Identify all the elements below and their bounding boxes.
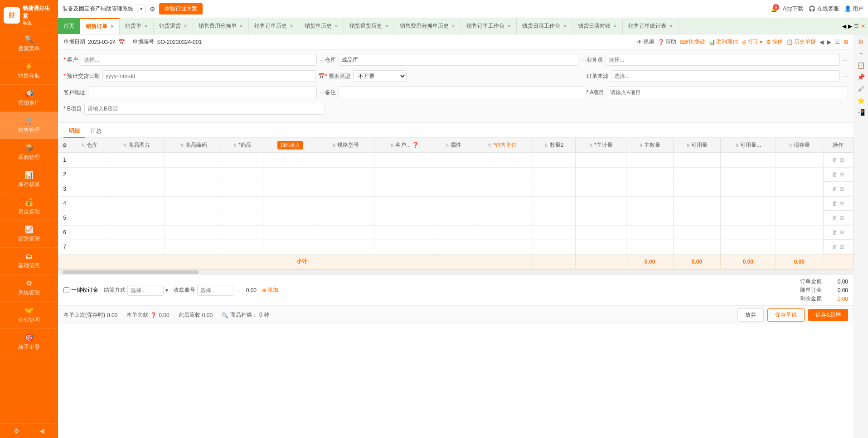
address-dots[interactable]: ··· <box>320 89 325 96</box>
expand-btn[interactable]: ☰ <box>835 39 840 45</box>
row-customer-code-1[interactable] <box>374 153 435 168</box>
row-attr-7[interactable] <box>435 240 472 255</box>
tab-order-workbench[interactable]: 销售订单工作台 ✕ <box>461 18 517 34</box>
b-project-input[interactable] <box>84 103 325 115</box>
row-warehouse-4[interactable] <box>71 196 108 211</box>
tab-expense[interactable]: 销售费用分摊单 ✕ <box>193 18 249 34</box>
next-record-btn[interactable]: ▶ <box>827 39 831 45</box>
row-copy-6[interactable]: ⊞ <box>839 229 844 236</box>
row-action-1[interactable]: 🗑 ⊞ <box>823 153 853 167</box>
industry-btn[interactable]: 体验行业方案 <box>159 3 203 14</box>
row-action-4[interactable]: 🗑 ⊞ <box>823 196 853 211</box>
row-available2-4[interactable] <box>720 196 776 211</box>
tab-invoice-history[interactable]: 销货单历史 ✕ <box>299 18 344 34</box>
row-copy-1[interactable]: ⊞ <box>839 157 844 163</box>
tab-close-invoice[interactable]: ✕ <box>144 24 148 29</box>
right-btn-1[interactable]: 📋 <box>856 60 867 71</box>
row-main-qty-1[interactable] <box>626 153 674 168</box>
staff-dots[interactable]: ··· <box>843 56 848 63</box>
warehouse-input[interactable] <box>339 54 578 66</box>
row-main-qty-4[interactable] <box>626 196 674 211</box>
tab-daily-workbench[interactable]: 钱货日清工作台 ✕ <box>517 18 572 34</box>
help-btn[interactable]: ❓ 帮助 <box>658 38 676 46</box>
sidebar-item-search[interactable]: 🔍 搜索菜单 <box>0 30 58 58</box>
row-spec-2[interactable] <box>317 167 374 182</box>
history-btn[interactable]: 📋 历史单据 <box>786 38 816 46</box>
notification-bell[interactable]: 🔔 9 <box>771 6 777 12</box>
tab-close-expense-history[interactable]: ✕ <box>451 24 455 29</box>
scroll-thumb[interactable] <box>63 270 199 274</box>
right-btn-3[interactable]: 🖊 <box>856 83 867 94</box>
user-avatar[interactable]: 👤 用户 <box>844 5 863 13</box>
row-action-6[interactable]: 🗑 ⊞ <box>823 225 853 240</box>
view-btn[interactable]: 👁 视频 <box>637 38 654 46</box>
row-available-4[interactable] <box>674 196 721 211</box>
system-dropdown[interactable]: ▾ <box>137 5 146 13</box>
row-main-qty-6[interactable] <box>626 225 674 240</box>
tab-prev-btn[interactable]: ◀ <box>842 23 846 29</box>
order-source-dots[interactable]: ··· <box>843 72 848 80</box>
row-available-5[interactable] <box>674 211 721 225</box>
prev-record-btn[interactable]: ◀ <box>820 39 824 45</box>
row-copy-5[interactable]: ⊞ <box>839 215 844 221</box>
topbar-gear-icon[interactable]: ⚙ <box>150 5 155 13</box>
row-image-5[interactable] <box>108 211 165 225</box>
collapse-btn[interactable]: ◀ <box>39 427 44 434</box>
row-delete-5[interactable]: 🗑 <box>832 215 838 221</box>
row-qty2-2[interactable] <box>533 167 576 182</box>
tab-return[interactable]: 销货退货 ✕ <box>154 18 193 34</box>
row-spec-6[interactable] <box>317 225 374 240</box>
row-spec-5[interactable] <box>317 211 374 225</box>
row-copy-4[interactable]: ⊞ <box>839 200 844 207</box>
row-attr-2[interactable] <box>435 167 472 182</box>
row-product-7[interactable] <box>222 240 263 255</box>
row-action-3[interactable]: 🗑 ⊞ <box>823 182 853 196</box>
row-attr-4[interactable] <box>435 196 472 211</box>
row-action-7[interactable]: 🗑 ⊞ <box>823 240 853 254</box>
save-draft-btn[interactable]: 保存草稿 <box>767 308 805 322</box>
right-btn-4[interactable]: ⭐ <box>856 95 867 106</box>
row-delete-1[interactable]: 🗑 <box>832 157 838 163</box>
tab-close-return[interactable]: ✕ <box>184 24 187 29</box>
row-main-qty-5[interactable] <box>626 211 674 225</box>
row-product-3[interactable] <box>222 182 263 196</box>
row-main-qty-3[interactable] <box>626 182 674 196</box>
online-service[interactable]: 🎧 在线客服 <box>809 5 839 13</box>
row-code-3[interactable] <box>165 182 222 196</box>
row-stock-7[interactable] <box>776 240 823 255</box>
row-attr-6[interactable] <box>435 225 472 240</box>
row-copy-2[interactable]: ⊞ <box>839 171 844 178</box>
tab-close-daily-workbench[interactable]: ✕ <box>563 24 567 29</box>
row-available-6[interactable] <box>674 225 721 240</box>
payment-method-input[interactable] <box>127 285 164 296</box>
tab-return-history[interactable]: 销货退货历史 ✕ <box>344 18 394 34</box>
tab-close-order-workbench[interactable]: ✕ <box>507 24 511 29</box>
address-input[interactable] <box>88 87 317 98</box>
sidebar-item-guide[interactable]: 🎯 新手引导 <box>0 329 58 356</box>
row-unit-6[interactable] <box>472 225 533 240</box>
operation-btn[interactable]: ⚙ 操作 <box>766 38 783 46</box>
row-product-2[interactable] <box>222 167 263 182</box>
row-main-qty-2[interactable] <box>626 167 674 182</box>
remarks-input[interactable] <box>339 87 587 98</box>
a-project-input[interactable] <box>607 87 848 98</box>
row-scan-1[interactable] <box>263 153 317 168</box>
sidebar-item-enterprise[interactable]: 🤝 企业协同 <box>0 302 58 329</box>
row-spec-7[interactable] <box>317 240 374 255</box>
row-main-qty-7[interactable] <box>626 240 674 255</box>
tab-next-btn[interactable]: ▶ <box>848 23 852 29</box>
sidebar-item-marketing[interactable]: 📢 营销推广 <box>0 85 58 112</box>
account-input[interactable] <box>197 285 233 296</box>
row-unit-1[interactable] <box>472 153 533 168</box>
payment-dropdown-icon[interactable]: ▾ <box>165 287 168 294</box>
row-spec-4[interactable] <box>317 196 374 211</box>
tab-home[interactable]: 首页 <box>58 18 80 34</box>
settings-bottom-btn[interactable]: ⚙ <box>14 427 19 434</box>
row-delete-4[interactable]: 🗑 <box>832 200 838 207</box>
row-unit-5[interactable] <box>472 211 533 225</box>
tab-close-all-btn[interactable]: ✕ <box>861 23 865 29</box>
row-available-3[interactable] <box>674 182 721 196</box>
row-scan-4[interactable] <box>263 196 317 211</box>
row-qty2-7[interactable] <box>533 240 576 255</box>
row-main-unit-2[interactable] <box>575 167 626 182</box>
